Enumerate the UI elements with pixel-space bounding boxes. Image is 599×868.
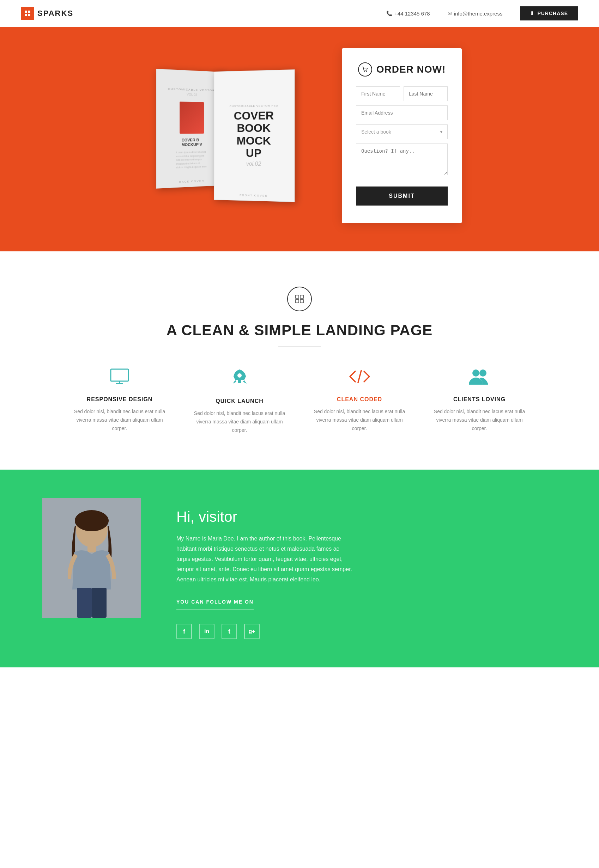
svg-rect-9 (300, 300, 303, 303)
svg-point-5 (366, 71, 367, 72)
book-mockups: CUSTOMIZABLE VECTOR VOL 02 COVER BMOCKUP… (137, 71, 314, 201)
social-icons: f in t g+ (176, 624, 557, 639)
feature-quick: QUICK LAUNCH Sed dolor nisl, blandit nec… (190, 368, 289, 434)
question-row (356, 144, 448, 177)
svg-rect-14 (238, 380, 241, 383)
name-row (356, 86, 448, 101)
logo-area: SPARKS (21, 7, 74, 20)
submit-label: SUBMIT (389, 193, 414, 199)
svg-point-21 (75, 510, 108, 531)
feature-responsive-title: RESPONSIVE DESIGN (70, 396, 169, 402)
logo-icon (21, 7, 34, 20)
svg-point-13 (238, 373, 242, 378)
svg-rect-8 (296, 300, 299, 303)
section-icon-circle (287, 287, 312, 311)
email-row (356, 105, 448, 120)
follow-label: YOU CAN FOLLOW ME ON (176, 599, 254, 610)
svg-point-17 (479, 369, 486, 377)
follow-section: YOU CAN FOLLOW ME ON f in t g+ (176, 599, 557, 639)
book-select-wrapper: Select a book Book 1 Book 2 Book 3 ▼ (356, 125, 448, 139)
phone-contact: 📞 +44 12345 678 (386, 11, 430, 17)
svg-rect-22 (87, 545, 96, 553)
back-body-text: Lorem ipsum dolor sit ametconsectetur ad… (176, 150, 207, 170)
feature-clients-desc: Sed dolor nisl, blandit nec lacus erat n… (430, 408, 529, 432)
author-photo-container (42, 498, 141, 618)
feature-responsive: RESPONSIVE DESIGN Sed dolor nisl, blandi… (70, 368, 169, 434)
order-form-container: ORDER NOW! Select a book Book 1 Book 2 B… (342, 48, 462, 223)
svg-rect-7 (300, 295, 303, 298)
header: SPARKS 📞 +44 12345 678 ✉ info@theme.expr… (0, 0, 599, 27)
book-front: CUSTOMIZABLE VECTOR PSD COVERBOOKMOCKUP … (214, 69, 295, 202)
feature-quick-desc: Sed dolor nisl, blandit nec lacus erat n… (190, 409, 289, 434)
email-contact: ✉ info@theme.express (448, 11, 503, 17)
email-icon: ✉ (448, 11, 452, 16)
back-label-top: CUSTOMIZABLE VECTOR (168, 87, 215, 92)
svg-point-16 (473, 369, 479, 377)
svg-point-4 (364, 71, 365, 72)
feature-responsive-desc: Sed dolor nisl, blandit nec lacus erat n… (70, 408, 169, 432)
features-grid: RESPONSIVE DESIGN Sed dolor nisl, blandi… (42, 368, 557, 434)
facebook-icon[interactable]: f (176, 624, 192, 639)
users-icon (430, 368, 529, 389)
author-bio: My Name is Maria Doe. I am the author of… (176, 534, 353, 584)
phone-number: +44 12345 678 (394, 11, 430, 17)
purchase-label: PURCHASE (537, 11, 568, 16)
section-divider (278, 346, 321, 347)
submit-button[interactable]: SUBMIT (356, 186, 448, 206)
twitter-icon[interactable]: t (221, 624, 237, 639)
download-icon: ⬇ (530, 11, 534, 16)
author-section: Hi, visitor My Name is Maria Doe. I am t… (0, 470, 599, 667)
email-address: info@theme.express (454, 11, 503, 17)
front-label-top: CUSTOMIZABLE VECTOR PSD (229, 104, 278, 108)
feature-coded-title: CLEAN CODED (310, 396, 409, 402)
last-name-input[interactable] (403, 86, 448, 101)
book-mockup-group: CUSTOMIZABLE VECTOR VOL 02 COVER BMOCKUP… (157, 71, 294, 201)
author-greeting: Hi, visitor (176, 508, 557, 525)
first-name-input[interactable] (356, 86, 400, 101)
form-title-text: ORDER NOW! (376, 64, 446, 75)
svg-rect-3 (28, 14, 30, 16)
feature-clients-title: CLIENTS LOVING (430, 396, 529, 402)
svg-rect-1 (28, 11, 30, 13)
phone-icon: 📞 (386, 11, 392, 16)
svg-rect-23 (77, 588, 92, 618)
svg-rect-2 (25, 14, 27, 16)
monitor-icon (70, 368, 169, 389)
hero-section: CUSTOMIZABLE VECTOR VOL 02 COVER BMOCKUP… (0, 27, 599, 251)
feature-quick-title: QUICK LAUNCH (190, 398, 289, 404)
book-select-row: Select a book Book 1 Book 2 Book 3 ▼ (356, 125, 448, 139)
googleplus-icon[interactable]: g+ (244, 624, 260, 639)
section-title: A CLEAN & SIMPLE LANDING PAGE (42, 322, 557, 339)
linkedin-icon[interactable]: in (199, 624, 214, 639)
svg-rect-0 (25, 11, 27, 13)
svg-rect-10 (111, 369, 128, 381)
feature-coded: CLEAN CODED Sed dolor nisl, blandit nec … (310, 368, 409, 434)
svg-rect-6 (296, 295, 299, 298)
author-content: Hi, visitor My Name is Maria Doe. I am t… (176, 498, 557, 639)
back-vol: VOL 02 (187, 93, 197, 97)
email-input[interactable] (356, 105, 448, 120)
logo-text: SPARKS (38, 9, 74, 18)
svg-line-15 (358, 371, 361, 383)
header-right: 📞 +44 12345 678 ✉ info@theme.express ⬇ P… (386, 6, 578, 21)
features-section: A CLEAN & SIMPLE LANDING PAGE RESPONSIVE… (0, 251, 599, 470)
front-vol: vol.02 (246, 161, 261, 167)
form-cart-icon (358, 62, 372, 77)
feature-clients: CLIENTS LOVING Sed dolor nisl, blandit n… (430, 368, 529, 434)
code-icon (310, 368, 409, 389)
svg-rect-24 (92, 588, 107, 618)
form-title: ORDER NOW! (356, 62, 448, 77)
front-title: COVERBOOKMOCKUP (234, 110, 274, 160)
back-title: COVER BMOCKUP V (182, 138, 202, 147)
question-textarea[interactable] (356, 144, 448, 175)
purchase-button[interactable]: ⬇ PURCHASE (520, 6, 578, 21)
back-cover-label: BACK COVER (179, 179, 204, 183)
feature-coded-desc: Sed dolor nisl, blandit nec lacus erat n… (310, 408, 409, 432)
header-contact: 📞 +44 12345 678 ✉ info@theme.express (386, 11, 502, 17)
author-photo (42, 498, 141, 618)
front-cover-label: FRONT COVER (239, 194, 268, 197)
rocket-icon (190, 368, 289, 391)
book-select[interactable]: Select a book Book 1 Book 2 Book 3 (356, 125, 448, 139)
